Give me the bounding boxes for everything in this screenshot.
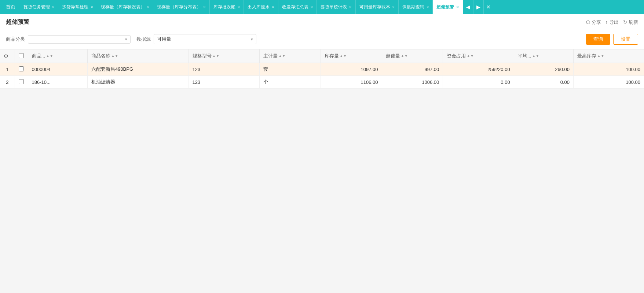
- sort-spec[interactable]: 规格型号 ▲▼: [193, 53, 220, 59]
- filter-area: 商品分类 ▾ 数据源 可用量 ▾ 查询 设置: [0, 29, 644, 49]
- close-tab-7[interactable]: ×: [349, 5, 351, 9]
- table-container: ⚙ 商品... ▲▼ 商品名称 ▲▼: [0, 49, 644, 89]
- nav-tab-5[interactable]: 出入库流水 ×: [244, 0, 278, 14]
- td-avg-0: 260.00: [514, 63, 573, 76]
- td-avg-1: 0.00: [514, 76, 573, 89]
- td-overstock-1: 1006.00: [382, 76, 443, 89]
- td-capital-0: 259220.00: [443, 63, 514, 76]
- th-capital: 资金占用 ▲▼: [443, 49, 514, 63]
- td-spec-1: 123: [189, 76, 259, 89]
- product-category-filter: 商品分类 ▾: [6, 35, 131, 44]
- nav-tab-7[interactable]: 要货单统计表 ×: [317, 0, 355, 14]
- th-max-stock: 最高库存 ▲▼: [574, 49, 644, 63]
- td-row-num-1: 2: [0, 76, 15, 89]
- nav-tab-2[interactable]: 现存量（库存状况表） ×: [97, 0, 153, 14]
- td-overstock-0: 997.00: [382, 63, 443, 76]
- sort-icon-5: ▲▼: [340, 54, 347, 58]
- nav-prev-arrow[interactable]: ◀: [463, 0, 473, 14]
- select-all-checkbox[interactable]: [19, 53, 24, 58]
- close-tab-6[interactable]: ×: [311, 5, 313, 9]
- close-tab-5[interactable]: ×: [272, 5, 274, 9]
- nav-home[interactable]: 首页: [1, 0, 20, 14]
- nav-close-arrow[interactable]: ✕: [483, 0, 494, 14]
- sort-stock[interactable]: 库存量 ▲▼: [325, 53, 347, 59]
- header-actions: ⬡ 分享 ↑ 导出 ↻ 刷新: [586, 19, 638, 26]
- nav-tab-9[interactable]: 保质期查询 ×: [399, 0, 433, 14]
- sort-product-name[interactable]: 商品名称 ▲▼: [91, 53, 118, 59]
- settings-button[interactable]: 设置: [613, 34, 638, 45]
- share-icon: ⬡: [586, 19, 590, 25]
- export-icon: ↑: [605, 19, 608, 25]
- close-tab-9[interactable]: ×: [427, 5, 429, 9]
- td-product-code-0: 0000004: [28, 63, 87, 76]
- td-unit-0: 套: [259, 63, 321, 76]
- close-tab-10[interactable]: ×: [456, 5, 458, 9]
- product-category-select[interactable]: ▾: [28, 35, 131, 44]
- row-number: 1: [6, 67, 8, 72]
- row-number: 2: [6, 79, 8, 85]
- column-settings-button[interactable]: ⚙: [4, 53, 8, 59]
- table-row: 2 186-10... 机油滤清器 123 个 1106.00 1006.00 …: [0, 76, 644, 89]
- th-checkbox: [15, 49, 28, 63]
- nav-tab-8[interactable]: 可用量库存账本 ×: [356, 0, 399, 14]
- data-source-filter: 数据源 可用量 ▾: [136, 34, 256, 44]
- chevron-down-icon: ▾: [125, 37, 127, 42]
- refresh-icon: ↻: [623, 19, 627, 25]
- close-tab-8[interactable]: ×: [392, 5, 395, 9]
- close-tab-2[interactable]: ×: [147, 5, 149, 9]
- close-tab-1[interactable]: ×: [91, 5, 93, 9]
- td-unit-1: 个: [259, 76, 321, 89]
- th-settings: ⚙: [0, 49, 15, 63]
- sort-icon-9: ▲▼: [597, 54, 604, 58]
- td-capital-1: 0.00: [443, 76, 514, 89]
- data-table: ⚙ 商品... ▲▼ 商品名称 ▲▼: [0, 49, 644, 89]
- td-product-name-1: 机油滤清器: [87, 76, 189, 89]
- sort-overstock[interactable]: 超储量 ▲▼: [386, 53, 408, 59]
- nav-next-arrow[interactable]: ▶: [473, 0, 483, 14]
- refresh-action[interactable]: ↻ 刷新: [623, 19, 638, 26]
- sort-unit[interactable]: 主计量 ▲▼: [263, 53, 286, 59]
- nav-tab-0[interactable]: 拣货任务管理 ×: [20, 0, 58, 14]
- td-product-name-0: 六配套新昌490BPG: [87, 63, 189, 76]
- td-product-code-1: 186-10...: [28, 76, 87, 89]
- th-spec: 规格型号 ▲▼: [189, 49, 259, 63]
- row-checkbox-1[interactable]: [19, 79, 24, 84]
- table-header-row: ⚙ 商品... ▲▼ 商品名称 ▲▼: [0, 49, 644, 63]
- sort-icon-3: ▲▼: [212, 54, 220, 58]
- nav-tab-3[interactable]: 现存量（库存分布表） ×: [153, 0, 209, 14]
- th-product-code: 商品... ▲▼: [28, 49, 87, 63]
- td-stock-1: 1106.00: [321, 76, 382, 89]
- sort-capital[interactable]: 资金占用 ▲▼: [447, 53, 474, 59]
- th-product-name: 商品名称 ▲▼: [87, 49, 189, 63]
- product-category-label: 商品分类: [6, 36, 25, 42]
- row-checkbox-0[interactable]: [19, 66, 24, 71]
- close-tab-0[interactable]: ×: [52, 5, 54, 9]
- nav-tab-4[interactable]: 库存批次账 ×: [210, 0, 244, 14]
- query-button[interactable]: 查询: [586, 34, 610, 45]
- close-tab-4[interactable]: ×: [238, 5, 240, 9]
- sort-icon-8: ▲▼: [532, 54, 539, 58]
- sort-icon-6: ▲▼: [401, 54, 408, 58]
- th-overstock: 超储量 ▲▼: [382, 49, 443, 63]
- chevron-down-icon-2: ▾: [251, 37, 253, 42]
- data-source-label: 数据源: [136, 36, 151, 42]
- sort-max-stock[interactable]: 最高库存 ▲▼: [577, 53, 604, 59]
- sort-icon-2: ▲▼: [111, 54, 118, 58]
- td-max-stock-0: 100.00: [574, 63, 644, 76]
- data-source-select[interactable]: 可用量 ▾: [154, 34, 256, 44]
- sort-product-code[interactable]: 商品... ▲▼: [32, 53, 54, 59]
- table-row: 1 0000004 六配套新昌490BPG 123 套 1097.00 997.…: [0, 63, 644, 76]
- td-checkbox-1: [15, 76, 28, 89]
- sort-avg[interactable]: 平均... ▲▼: [518, 53, 539, 59]
- nav-tab-10[interactable]: 超储预警 ×: [433, 0, 462, 14]
- th-stock: 库存量 ▲▼: [321, 49, 382, 63]
- export-action[interactable]: ↑ 导出: [605, 19, 619, 26]
- filter-actions: 查询 设置: [586, 34, 638, 45]
- td-stock-0: 1097.00: [321, 63, 382, 76]
- close-tab-3[interactable]: ×: [203, 5, 205, 9]
- th-unit: 主计量 ▲▼: [259, 49, 321, 63]
- nav-tab-6[interactable]: 收发存汇总表 ×: [278, 0, 317, 14]
- nav-tab-1[interactable]: 拣货异常处理 ×: [58, 0, 97, 14]
- share-action[interactable]: ⬡ 分享: [586, 19, 601, 26]
- td-max-stock-1: 100.00: [574, 76, 644, 89]
